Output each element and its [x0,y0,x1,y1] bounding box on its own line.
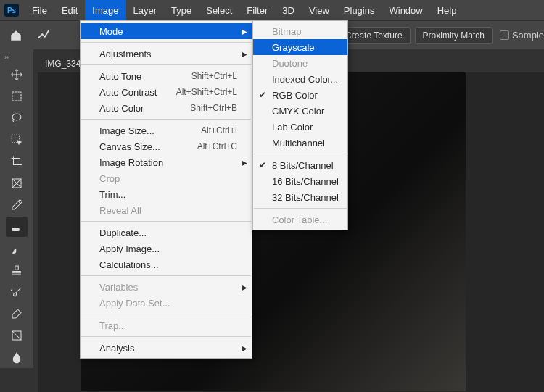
submenu-arrow-icon: ▶ [242,344,247,352]
menu-reveal-all: Reveal All [81,202,252,218]
mode-grayscale[interactable]: Grayscale [253,39,347,55]
label: Trap... [99,320,126,331]
brush-tool[interactable] [6,238,28,259]
menu-apply-image[interactable]: Apply Image... [81,241,252,257]
checkmark-icon: ✔ [259,160,266,170]
eyedropper-tool[interactable] [6,195,28,215]
menu-layer[interactable]: Layer [126,0,165,20]
menu-auto-color[interactable]: Auto ColorShift+Ctrl+B [81,100,252,116]
label: Grayscale [272,42,315,53]
marquee-tool[interactable] [6,86,28,107]
shortcut: Alt+Ctrl+C [197,141,237,151]
label: Trim... [99,189,125,200]
menu-auto-tone[interactable]: Auto ToneShift+Ctrl+L [81,68,252,84]
mode-8bit[interactable]: ✔8 Bits/Channel [253,157,347,173]
blur-tool[interactable] [6,347,28,367]
menu-separator [81,314,251,314]
label: 8 Bits/Channel [272,160,334,171]
menu-image-size[interactable]: Image Size...Alt+Ctrl+I [81,122,252,138]
object-select-tool[interactable] [6,130,28,150]
menu-calculations[interactable]: Calculations... [81,257,252,272]
menu-separator [254,208,347,209]
menu-analysis[interactable]: Analysis▶ [81,340,252,356]
menu-image[interactable]: Image [85,0,125,20]
create-texture-button[interactable]: Create Texture [337,27,411,44]
menu-adjustments[interactable]: Adjustments▶ [81,46,252,62]
menu-plugins[interactable]: Plugins [337,0,382,20]
gradient-tool[interactable] [6,325,28,346]
svg-point-1 [12,114,21,120]
label: Color Table... [272,214,327,225]
menu-auto-contrast[interactable]: Auto ContrastAlt+Shift+Ctrl+L [81,84,252,100]
menu-file[interactable]: File [25,0,54,20]
menu-duplicate[interactable]: Duplicate... [81,225,252,241]
menu-separator [81,336,251,337]
app-icon: Ps [4,4,19,17]
mode-indexed[interactable]: Indexed Color... [253,71,347,87]
checkmark-icon: ✔ [259,90,266,100]
history-brush-tool[interactable] [6,282,28,302]
eraser-tool[interactable] [6,304,28,324]
label: Auto Tone [99,71,141,82]
healing-brush-tool[interactable] [6,217,28,237]
menu-image-rotation[interactable]: Image Rotation▶ [81,154,252,170]
menu-filter[interactable]: Filter [239,0,275,20]
label: Indexed Color... [272,74,338,85]
mode-multichannel[interactable]: Multichannel [253,135,347,151]
menu-3d[interactable]: 3D [275,0,302,20]
expand-panel-icon[interactable]: ›› [0,54,9,61]
menu-separator [254,154,347,154]
menu-type[interactable]: Type [164,0,199,20]
home-button[interactable] [4,25,28,46]
menu-select[interactable]: Select [199,0,239,20]
crop-tool[interactable] [6,151,28,172]
mode-16bit[interactable]: 16 Bits/Channel [253,173,347,189]
menu-separator [81,42,251,43]
mode-cmyk[interactable]: CMYK Color [253,103,347,119]
shortcut: Shift+Ctrl+L [191,71,237,81]
menu-crop: Crop [81,170,252,186]
label: Image Size... [99,125,154,136]
proximity-match-button[interactable]: Proximity Match [415,27,493,44]
shortcut: Alt+Shift+Ctrl+L [176,87,237,97]
submenu-arrow-icon: ▶ [242,50,247,58]
label: Apply Data Set... [99,298,170,309]
menu-adjustments-label: Adjustments [99,49,152,59]
lasso-tool[interactable] [6,108,28,128]
frame-tool[interactable] [6,173,28,193]
menu-mode[interactable]: Mode▶ [81,23,252,39]
svg-rect-0 [12,92,21,101]
menu-canvas-size[interactable]: Canvas Size...Alt+Ctrl+C [81,138,252,154]
stamp-tool[interactable] [6,260,28,280]
menu-separator [81,221,251,222]
menu-trim[interactable]: Trim... [81,186,252,202]
label: Canvas Size... [99,141,160,152]
submenu-arrow-icon: ▶ [242,28,247,36]
label: Reveal All [99,205,141,216]
label: Auto Color [99,103,144,114]
label: Duotone [272,58,308,69]
menu-separator [81,64,251,65]
mode-lab[interactable]: Lab Color [253,119,347,135]
move-tool[interactable] [6,64,28,85]
sample-option[interactable]: Sample [500,30,544,41]
label: Auto Contrast [99,87,157,98]
menu-view[interactable]: View [302,0,337,20]
menu-variables: Variables▶ [81,279,252,295]
tool-preset-picker[interactable] [32,25,55,46]
label: 32 Bits/Channel [272,192,339,203]
label: Multichannel [272,138,325,149]
sample-label: Sample [512,30,544,41]
shortcut: Shift+Ctrl+B [190,103,237,113]
image-menu-dropdown: Mode▶ Adjustments▶ Auto ToneShift+Ctrl+L… [80,20,252,359]
menu-edit[interactable]: Edit [54,0,85,20]
mode-bitmap: Bitmap [253,23,347,39]
label: Analysis [99,343,134,354]
label: CMYK Color [272,106,324,117]
menu-separator [81,119,251,120]
mode-rgb[interactable]: ✔RGB Color [253,87,347,103]
sample-checkbox[interactable] [500,30,509,40]
menu-window[interactable]: Window [382,0,429,20]
mode-32bit[interactable]: 32 Bits/Channel [253,189,347,205]
menu-help[interactable]: Help [430,0,464,20]
